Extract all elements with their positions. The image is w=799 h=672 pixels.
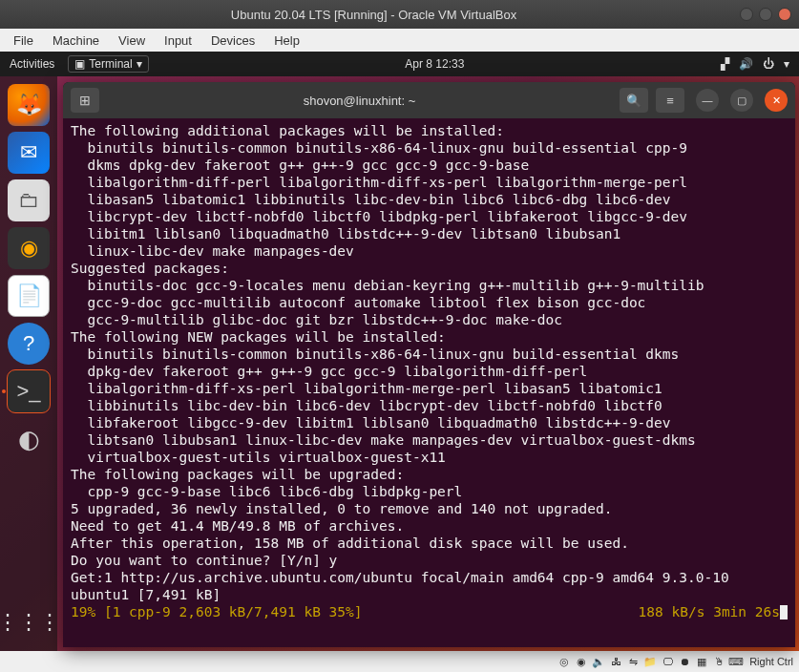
vbox-status-display-icon[interactable]: 🖵 [660, 654, 675, 669]
activities-button[interactable]: Activities [10, 57, 54, 71]
terminal-line: cpp-9 gcc-9-base libc6 libc6-dbg libdpkg… [71, 484, 462, 499]
volume-icon[interactable]: 🔊 [739, 57, 753, 71]
system-menu-chevron-icon[interactable]: ▾ [784, 57, 789, 71]
vbox-menu-file[interactable]: File [6, 32, 41, 50]
dock-terminal[interactable]: >_ [8, 370, 50, 412]
vbox-status-mouse-icon[interactable]: 🖱 [711, 654, 726, 669]
ubuntu-desktop: Activities ▣ Terminal ▾ Apr 8 12:33 ▞ 🔊 … [0, 52, 799, 651]
vbox-status-hdd-icon[interactable]: ◎ [557, 654, 572, 669]
terminal-window: ⊞ shovon@linuxhint: ~ 🔍 ≡ — ▢ ✕ The foll… [63, 82, 795, 647]
virtualbox-window: Ubuntu 20.04 LTS [Running] - Oracle VM V… [0, 0, 799, 672]
clock[interactable]: Apr 8 12:33 [149, 57, 721, 71]
terminal-line: libtsan0 libubsan1 linux-libc-dev make m… [71, 432, 696, 448]
vbox-status-recording-icon[interactable]: ⏺ [677, 654, 692, 669]
terminal-icon: ▣ [74, 57, 85, 71]
vbox-status-optical-icon[interactable]: ◉ [574, 654, 589, 669]
terminal-headerbar[interactable]: ⊞ shovon@linuxhint: ~ 🔍 ≡ — ▢ ✕ [63, 82, 795, 118]
vbox-menubar: File Machine View Input Devices Help [0, 29, 799, 52]
chevron-down-icon: ▾ [137, 57, 142, 71]
terminal-line: libasan5 libatomic1 libbinutils libc-dev… [71, 192, 671, 207]
vbox-menu-machine[interactable]: Machine [45, 32, 107, 50]
focused-app-menu[interactable]: ▣ Terminal ▾ [68, 55, 148, 73]
terminal-line: dkms dpkg-dev fakeroot g++ g++-9 gcc gcc… [71, 158, 529, 173]
terminal-line: gcc-9-doc gcc-multilib autoconf automake… [71, 295, 645, 310]
vbox-status-usb-icon[interactable]: ⇋ [625, 654, 641, 669]
vbox-menu-help[interactable]: Help [266, 32, 307, 50]
terminal-line: linux-libc-dev make manpages-dev [71, 243, 354, 259]
dock-files[interactable]: 🗀 [8, 179, 50, 221]
vbox-status-cpu-icon[interactable]: ▦ [694, 654, 709, 669]
terminal-line: The following packages will be upgraded: [71, 467, 404, 482]
terminal-close-button[interactable]: ✕ [765, 89, 788, 112]
vbox-menu-view[interactable]: View [111, 32, 153, 50]
terminal-line: binutils binutils-common binutils-x86-64… [71, 140, 687, 156]
terminal-line: Suggested packages: [71, 261, 229, 276]
vbox-title: Ubuntu 20.04 LTS [Running] - Oracle VM V… [8, 8, 740, 22]
terminal-line: After this operation, 158 MB of addition… [71, 536, 629, 551]
vbox-statusbar: ◎ ◉ 🔈 🖧 ⇋ 📁 🖵 ⏺ ▦ 🖱 ⌨ Right Ctrl [0, 651, 799, 672]
terminal-menu-button[interactable]: ≡ [656, 88, 684, 113]
search-icon: 🔍 [626, 94, 641, 108]
terminal-line: virtualbox-guest-utils virtualbox-guest-… [71, 450, 446, 465]
terminal-line: dpkg-dev fakeroot g++ g++-9 gcc gcc-9 li… [71, 364, 587, 379]
terminal-progress-left: 19% [1 cpp-9 2,603 kB/7,491 kB 35%] [71, 604, 363, 620]
vbox-status-network-icon[interactable]: 🖧 [608, 654, 623, 669]
terminal-line: libbinutils libc-dev-bin libc6-dev libcr… [71, 398, 662, 413]
terminal-line: libcrypt-dev libctf-nobfd0 libctf0 libdp… [71, 209, 687, 224]
dock-libreoffice-writer[interactable]: 📄 [8, 275, 50, 317]
dock-help[interactable]: ? [8, 323, 50, 365]
terminal-line: The following additional packages will b… [71, 123, 504, 138]
terminal-line: Need to get 41.4 MB/49.8 MB of archives. [71, 518, 404, 534]
terminal-line: libalgorithm-diff-perl libalgorithm-diff… [71, 175, 687, 190]
vbox-titlebar[interactable]: Ubuntu 20.04 LTS [Running] - Oracle VM V… [0, 0, 799, 29]
terminal-line: gcc-9-multilib glibc-doc git bzr libstdc… [71, 312, 562, 327]
terminal-cursor [780, 605, 788, 620]
hamburger-icon: ≡ [666, 94, 674, 108]
vbox-guest-display[interactable]: Activities ▣ Terminal ▾ Apr 8 12:33 ▞ 🔊 … [0, 52, 799, 651]
terminal-line: libfakeroot libgcc-9-dev libitm1 liblsan… [71, 415, 671, 430]
terminal-line: ubuntu1 [7,491 kB] [71, 587, 221, 602]
vbox-minimize-button[interactable] [740, 8, 753, 21]
vbox-host-key[interactable]: Right Ctrl [749, 656, 793, 667]
terminal-new-tab-button[interactable]: ⊞ [71, 88, 99, 113]
terminal-line: The following NEW packages will be insta… [71, 329, 446, 345]
vbox-menu-input[interactable]: Input [157, 32, 200, 50]
dock: 🦊 ✉ 🗀 ◉ 📄 ? >_ ◐ ⋮⋮⋮ [0, 76, 57, 651]
ubuntu-workspace: 🦊 ✉ 🗀 ◉ 📄 ? >_ ◐ ⋮⋮⋮ ⊞ shovon@linuxhint:… [0, 76, 799, 651]
terminal-line: Do you want to continue? [Y/n] y [71, 553, 337, 568]
gnome-topbar: Activities ▣ Terminal ▾ Apr 8 12:33 ▞ 🔊 … [0, 52, 799, 76]
power-icon[interactable]: ⏻ [763, 57, 774, 71]
terminal-line: libalgorithm-diff-xs-perl libalgorithm-m… [71, 381, 662, 396]
terminal-line: binutils binutils-common binutils-x86-64… [71, 346, 679, 362]
dock-thunderbird[interactable]: ✉ [8, 132, 50, 174]
vbox-maximize-button[interactable] [759, 8, 772, 21]
terminal-line: libitm1 liblsan0 libquadmath0 libstdc++-… [71, 226, 620, 242]
vbox-status-shared-folders-icon[interactable]: 📁 [642, 654, 658, 669]
terminal-minimize-button[interactable]: — [696, 89, 719, 112]
vbox-menu-devices[interactable]: Devices [203, 32, 263, 50]
dock-rhythmbox[interactable]: ◉ [8, 227, 50, 269]
terminal-line: 5 upgraded, 36 newly installed, 0 to rem… [71, 501, 612, 516]
network-icon[interactable]: ▞ [721, 57, 729, 71]
dock-software-updater[interactable]: ◐ [8, 418, 50, 460]
vbox-close-button[interactable] [778, 8, 791, 21]
terminal-maximize-button[interactable]: ▢ [730, 89, 753, 112]
vbox-status-keyboard-icon[interactable]: ⌨ [728, 654, 744, 669]
vbox-status-audio-icon[interactable]: 🔈 [591, 654, 606, 669]
terminal-line: Get:1 http://us.archive.ubuntu.com/ubunt… [71, 570, 729, 585]
terminal-output[interactable]: The following additional packages will b… [63, 118, 795, 647]
dock-firefox[interactable]: 🦊 [8, 84, 50, 126]
terminal-line: binutils-doc gcc-9-locales menu debian-k… [71, 278, 704, 293]
terminal-search-button[interactable]: 🔍 [620, 88, 648, 113]
terminal-progress-right: 188 kB/s 3min 26s [639, 603, 788, 620]
dock-show-applications[interactable]: ⋮⋮⋮ [8, 601, 50, 643]
terminal-title: shovon@linuxhint: ~ [107, 94, 612, 108]
focused-app-name: Terminal [89, 57, 132, 71]
